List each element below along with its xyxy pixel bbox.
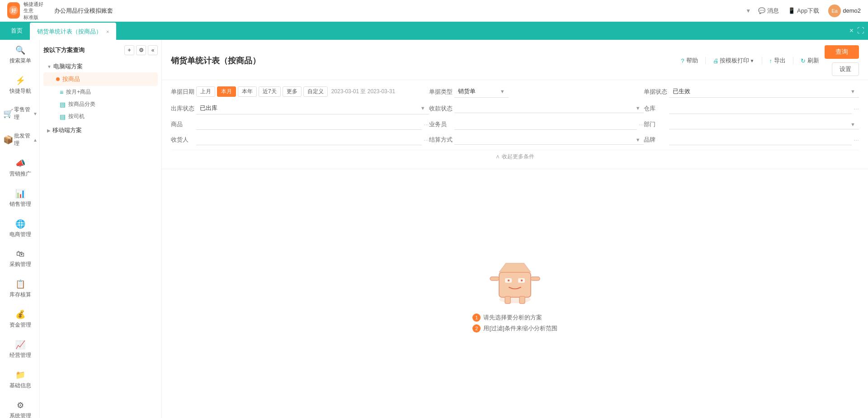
scheme-collapse-btn[interactable]: « bbox=[148, 45, 158, 55]
filter-area: 单据日期 上月 本月 本年 近7天 更多 自定义 2023-03-01 至 20… bbox=[162, 80, 868, 169]
tree-group-mobile-header[interactable]: ▶ 移动端方案 bbox=[43, 124, 158, 136]
print-btn[interactable]: 🖨 按模板打印 ▼ bbox=[713, 57, 755, 65]
sidebar-item-inventory[interactable]: 📋 库存核算 bbox=[0, 274, 39, 304]
date-range-text: 2023-03-01 至 2023-03-31 bbox=[331, 88, 395, 95]
sidebar: 🔍 搜索菜单 ⚡ 快捷导航 🛒 零售管理 ▼ 📦 批发管理 ▲ 📣 营销推广 📊… bbox=[0, 40, 40, 418]
tree-collapse-arrow-icon: ▶ bbox=[47, 128, 51, 133]
date-field: 单据日期 上月 本月 本年 近7天 更多 自定义 2023-03-01 至 20… bbox=[171, 86, 429, 97]
receiver-input[interactable] bbox=[196, 134, 422, 145]
sidebar-item-retail[interactable]: 🛒 零售管理 ▼ bbox=[0, 100, 39, 127]
sidebar-item-wholesale[interactable]: 📦 批发管理 ▲ bbox=[0, 127, 39, 153]
product-dots-icon[interactable]: ··· bbox=[424, 121, 429, 128]
receiver-field: 收货人 ··· bbox=[171, 134, 429, 145]
payment-select[interactable]: ▼ bbox=[454, 135, 644, 145]
sales-icon: 📊 bbox=[15, 189, 25, 199]
sidebar-item-marketing[interactable]: 📣 营销推广 bbox=[0, 153, 39, 183]
app-download-btn[interactable]: 📱 App下载 bbox=[788, 7, 819, 15]
sidebar-item-purchase[interactable]: 🛍 采购管理 bbox=[0, 244, 39, 274]
tab-home[interactable]: 首页 bbox=[4, 22, 30, 40]
date-label: 单据日期 bbox=[171, 88, 196, 96]
export-btn[interactable]: ↑ 导出 bbox=[769, 57, 786, 65]
brand-dots-icon[interactable]: ··· bbox=[854, 136, 859, 143]
tab-maximize-btn[interactable]: ⛶ bbox=[857, 27, 864, 35]
tree-item-by-product[interactable]: 按商品 bbox=[43, 72, 158, 86]
date-last-7-btn[interactable]: 近7天 bbox=[259, 86, 281, 97]
help-btn[interactable]: ? 帮助 bbox=[681, 57, 698, 65]
logo-text: 畅捷通好生意 标准版 bbox=[24, 1, 47, 20]
type-select-arrow-icon: ▼ bbox=[500, 89, 505, 94]
tab-close-icon[interactable]: × bbox=[106, 29, 109, 34]
retail-icon: 🛒 bbox=[3, 109, 13, 119]
svg-rect-12 bbox=[519, 296, 525, 304]
inner-layout: 按以下方案查询 + ⚙ « ▼ 电脑端方案 bbox=[40, 40, 868, 418]
query-button[interactable]: 查询 bbox=[825, 45, 859, 59]
date-this-year-btn[interactable]: 本年 bbox=[238, 86, 257, 97]
hint-2-number: 2 bbox=[472, 324, 481, 332]
message-btn[interactable]: 💬 消息 bbox=[758, 7, 779, 15]
scheme-settings-btn[interactable]: ⚙ bbox=[136, 45, 146, 55]
sidebar-item-system[interactable]: ⚙ 系统管理 bbox=[0, 395, 39, 418]
sidebar-item-ecom[interactable]: 🌐 电商管理 bbox=[0, 214, 39, 244]
user-area[interactable]: Ea demo2 bbox=[828, 5, 861, 17]
status-select[interactable]: 已生效 ▼ bbox=[669, 86, 859, 98]
date-this-month-btn[interactable]: 本月 bbox=[217, 86, 236, 97]
payment-arrow-icon: ▼ bbox=[635, 137, 640, 142]
inventory-icon: 📋 bbox=[15, 279, 25, 289]
sub-item-icon-cashier: ▤ bbox=[60, 113, 66, 120]
warehouse-input[interactable] bbox=[669, 103, 852, 114]
out-status-select[interactable]: 已出库 ▼ bbox=[196, 102, 429, 114]
date-range-buttons: 上月 本月 本年 近7天 更多 自定义 2023-03-01 至 2023-03… bbox=[196, 86, 395, 97]
sidebar-item-quick-nav[interactable]: ⚡ 快捷导航 bbox=[0, 70, 39, 100]
receive-status-select[interactable]: ▼ bbox=[454, 104, 644, 113]
sidebar-item-sales[interactable]: 📊 销售管理 bbox=[0, 183, 39, 214]
sidebar-item-finance[interactable]: 💰 资金管理 bbox=[0, 304, 39, 334]
empty-illustration bbox=[488, 252, 542, 306]
tree-sub-by-month-product[interactable]: ≡ 按月+商品 bbox=[43, 86, 158, 98]
tab-active[interactable]: 销货单统计表（按商品） × bbox=[30, 23, 116, 41]
receive-status-field: 收款状态 ▼ bbox=[429, 104, 644, 113]
product-input[interactable] bbox=[196, 119, 422, 130]
date-last-month-btn[interactable]: 上月 bbox=[196, 86, 215, 97]
message-icon: 💬 bbox=[758, 7, 765, 14]
tree-group-desktop-header[interactable]: ▼ 电脑端方案 bbox=[43, 61, 158, 72]
date-more-btn[interactable]: 更多 bbox=[283, 86, 302, 97]
dept-arrow-icon: ▼ bbox=[850, 122, 855, 127]
warehouse-dots-icon[interactable]: ··· bbox=[854, 105, 859, 112]
brand-input[interactable] bbox=[669, 134, 852, 145]
dept-select[interactable]: ▼ bbox=[669, 120, 859, 129]
breadcrumb-arrow-icon[interactable]: ▼ bbox=[745, 8, 751, 14]
content-area: 按以下方案查询 + ⚙ « ▼ 电脑端方案 bbox=[40, 40, 868, 418]
receiver-dots-icon[interactable]: ··· bbox=[424, 136, 429, 143]
tree-sub-by-cashier[interactable]: ▤ 按司机 bbox=[43, 110, 158, 123]
search-icon: 🔍 bbox=[15, 45, 25, 55]
sidebar-item-base[interactable]: 📁 基础信息 bbox=[0, 365, 39, 395]
collapse-btn[interactable]: ∧ 收起更多条件 bbox=[171, 150, 859, 163]
top-bar: 好 畅捷通好生意 标准版 办公用品行业模拟账套 ▼ 💬 消息 📱 App下载 E… bbox=[0, 0, 868, 22]
hint-1-number: 1 bbox=[472, 314, 481, 322]
tab-minimize-btn[interactable]: × bbox=[849, 27, 854, 35]
top-right-actions: 💬 消息 📱 App下载 Ea demo2 bbox=[758, 5, 861, 17]
filter-row-3: 商品 ··· 业务员 ··· 部门 bbox=[171, 119, 859, 130]
scheme-panel-header: 按以下方案查询 + ⚙ « bbox=[43, 45, 158, 55]
tree-group-desktop: ▼ 电脑端方案 按商品 ≡ 按月+商品 bbox=[43, 61, 158, 123]
product-label: 商品 bbox=[171, 120, 196, 128]
staff-dots-icon[interactable]: ··· bbox=[639, 121, 644, 128]
ecom-icon: 🌐 bbox=[15, 219, 25, 229]
sidebar-item-search[interactable]: 🔍 搜索菜单 bbox=[0, 40, 39, 70]
staff-input[interactable] bbox=[454, 119, 637, 130]
filter-row-4: 收货人 ··· 结算方式 ▼ 品牌 bbox=[171, 134, 859, 145]
tree-sub-by-product-category[interactable]: ▤ 按商品分类 bbox=[43, 98, 158, 110]
settings-button[interactable]: 设置 bbox=[832, 62, 859, 76]
refresh-btn[interactable]: ↻ 刷新 bbox=[801, 57, 819, 65]
sidebar-item-operation[interactable]: 📈 经营管理 bbox=[0, 334, 39, 365]
scheme-add-btn[interactable]: + bbox=[124, 45, 134, 55]
date-custom-btn[interactable]: 自定义 bbox=[303, 86, 328, 97]
svg-text:好: 好 bbox=[11, 8, 17, 13]
help-icon: ? bbox=[681, 57, 684, 64]
out-status-label: 出库状态 bbox=[171, 104, 196, 113]
scheme-panel: 按以下方案查询 + ⚙ « ▼ 电脑端方案 bbox=[40, 40, 162, 418]
dept-label: 部门 bbox=[644, 120, 669, 128]
product-field: 商品 ··· bbox=[171, 119, 429, 130]
type-select[interactable]: 销货单 ▼ bbox=[454, 86, 509, 98]
out-status-arrow-icon: ▼ bbox=[420, 105, 425, 111]
